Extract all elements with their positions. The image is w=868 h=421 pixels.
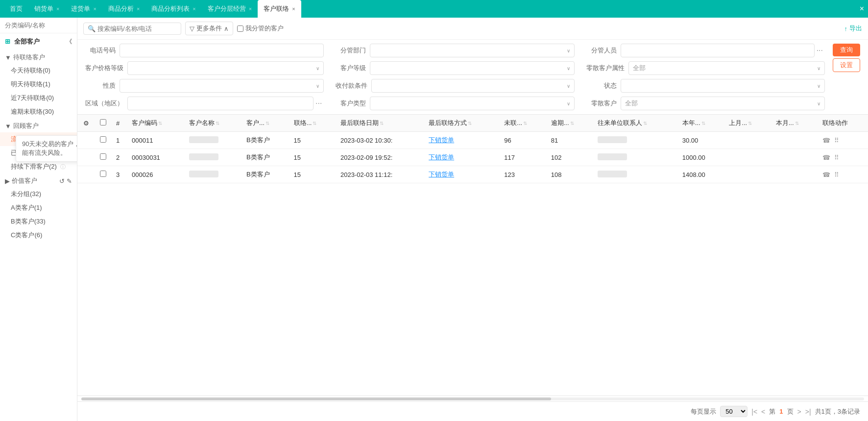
row-checkbox-1[interactable] [100,153,106,160]
page-nav-prev[interactable]: < [761,408,765,416]
th-type[interactable]: 客户...⇅ [241,115,289,132]
scrollbar-thumb[interactable] [81,397,551,400]
td-last-month-1 [724,149,771,166]
th-uncontacted[interactable]: 未联...⇅ [499,115,546,132]
close-tab-product-analysis-list[interactable]: × [193,6,195,12]
page-nav-first[interactable]: |< [751,408,757,416]
th-name[interactable]: 客户名称⇅ [184,115,241,132]
th-last-contact-method[interactable]: 最后联络方式⇅ [424,115,499,132]
close-tab-customer-tier[interactable]: × [249,6,252,12]
more-actions-icon-2[interactable]: ⠿ [834,171,839,178]
filter-input-phone[interactable] [120,44,324,57]
contact-icon-0[interactable]: ☎ [822,137,830,144]
tab-purchase-order[interactable]: 进货单 × [65,0,102,18]
person-more-icon[interactable]: ··· [815,46,825,55]
tab-sales-order[interactable]: 销货单 × [28,0,65,18]
filter-field-nature: 性质 ∨ [85,79,324,93]
td-checkbox-1[interactable] [95,149,111,166]
filter-input-person[interactable] [621,44,815,57]
td-checkbox-2[interactable] [95,166,111,183]
sidebar-item-declining[interactable]: 持续下滑客户(2) ⓘ [0,160,77,173]
td-last-method-0[interactable]: 下销货单 [424,132,499,149]
close-tab-product-analysis[interactable]: × [137,6,140,12]
td-last-date-2: 2023-02-03 11:12: [336,166,424,183]
sidebar-item-c-customers[interactable]: C类客户(6) [0,228,77,242]
td-overdue-0: 81 [546,132,593,149]
sidebar-item-today-contact[interactable]: 今天待联络(0) [0,64,77,77]
sidebar-item-a-customers[interactable]: A类客户(1) [0,201,77,215]
filter-select-payment[interactable]: ∨ [371,79,574,93]
th-checkbox[interactable] [95,115,111,132]
per-page-select[interactable]: 50 100 [720,406,747,417]
sidebar-item-tomorrow-contact[interactable]: 明天待联络(1) [0,77,77,91]
filter-select-scattered[interactable]: 全部∨ [621,97,825,110]
filter-select-status[interactable]: ∨ [621,79,825,93]
th-last-contact-date[interactable]: 最后联络日期⇅ [336,115,424,132]
th-unit-contact[interactable]: 往来单位联系人⇅ [593,115,677,132]
filter-label-status: 状态 [586,81,621,90]
filter-select-nature[interactable]: ∨ [120,79,324,93]
th-code[interactable]: 客户编码⇅ [127,115,184,132]
horizontal-scrollbar[interactable] [77,396,868,401]
th-gear[interactable]: ⚙ [77,115,95,132]
page-nav-last[interactable]: >| [805,408,811,416]
th-overdue[interactable]: 逾期...⇅ [546,115,593,132]
td-uncontacted-1: 117 [499,149,546,166]
filter-input-region[interactable] [127,97,313,110]
sidebar-item-ungrouped[interactable]: 未分组(32) [0,187,77,201]
filter-select-customer-type[interactable]: ∨ [370,97,574,110]
scrollbar-track[interactable] [81,397,864,400]
sidebar-search-input[interactable] [5,22,77,29]
td-action-0[interactable]: ☎ ⠿ [818,132,868,149]
sidebar-group-review-customers[interactable]: ▼ 回顾客户 [0,119,77,132]
tab-product-analysis-list[interactable]: 商品分析列表 × [145,0,201,18]
tab-product-analysis[interactable]: 商品分析 × [102,0,145,18]
row-checkbox-0[interactable] [100,136,106,143]
sidebar-item-7day-contact[interactable]: 近7天待联络(0) [0,91,77,105]
th-this-year[interactable]: 本年...⇅ [677,115,724,132]
td-this-year-1: 1000.00 [677,149,724,166]
sidebar-item-b-customers[interactable]: B类客户(33) [0,215,77,228]
td-action-2[interactable]: ☎ ⠿ [818,166,868,183]
sidebar-group-value-customers[interactable]: ▶ 价值客户 ↺ ✎ [0,173,77,187]
tab-home[interactable]: 首页 [4,0,28,18]
close-tab-sales-order[interactable]: × [56,6,59,12]
tab-customer-contact[interactable]: 客户联络 × [258,0,301,18]
my-customers-checkbox[interactable] [237,25,243,32]
contact-icon-1[interactable]: ☎ [822,154,830,161]
contact-icon-2[interactable]: ☎ [822,171,830,178]
sidebar-group-pending-contact[interactable]: ▼ 待联络客户 [0,50,77,64]
more-actions-icon-1[interactable]: ⠿ [834,154,839,161]
td-contact-2: 15 [289,166,336,183]
content-area: 🔍 ▽ 更多条件 ∧ 我分管的客户 ↑ 导出 [77,18,868,421]
sidebar-item-overdue-contact[interactable]: 逾期未联络(30) [0,105,77,119]
filter-select-price-level[interactable]: ∨ [127,61,324,75]
close-tab-customer-contact[interactable]: × [292,6,295,12]
filter-select-customer-level[interactable]: ∨ [370,61,574,75]
sidebar-all-customers[interactable]: ⊞ 全部客户 《 [0,33,77,50]
th-last-month[interactable]: 上月...⇅ [724,115,771,132]
more-actions-icon-0[interactable]: ⠿ [834,137,839,144]
settings-button[interactable]: 设置 [833,58,860,72]
more-conditions-button[interactable]: ▽ 更多条件 ∧ [185,22,233,35]
page-nav-next[interactable]: > [797,408,801,416]
td-last-method-1[interactable]: 下销货单 [424,149,499,166]
row-checkbox-2[interactable] [100,171,106,177]
th-contact[interactable]: 联络...⇅ [289,115,336,132]
collapse-icon: 《 [66,38,72,46]
region-more-icon[interactable]: ··· [313,99,324,108]
tab-customer-tier[interactable]: 客户分层经营 × [202,0,258,18]
td-action-1[interactable]: ☎ ⠿ [818,149,868,166]
th-this-month[interactable]: 本月...⇅ [771,115,818,132]
filter-select-dept[interactable]: ∨ [370,44,574,57]
export-button[interactable]: ↑ 导出 [844,24,863,33]
main-search-input[interactable] [97,25,176,32]
td-checkbox-0[interactable] [95,132,111,149]
window-close-button[interactable]: × [860,4,864,13]
close-tab-purchase-order[interactable]: × [93,6,96,12]
filter-select-scattered-attr[interactable]: 全部∨ [628,61,825,75]
my-customers-checkbox-wrap[interactable]: 我分管的客户 [237,24,284,33]
td-last-method-2[interactable]: 下销货单 [424,166,499,183]
query-button[interactable]: 查询 [833,44,860,56]
select-all-checkbox[interactable] [100,119,106,125]
